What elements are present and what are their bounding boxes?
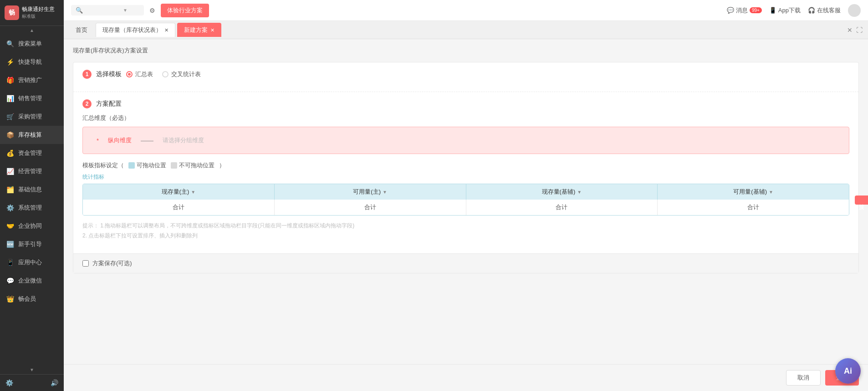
radio-cross-label: 交叉统计表 bbox=[171, 70, 201, 78]
indicator-settings: 模板指标设定（ 可拖动位置 不可拖动位置 ） 统计指标 bbox=[82, 161, 849, 241]
message-icon: 💬 bbox=[727, 7, 734, 14]
sidebar-item-label: 系统管理 bbox=[18, 204, 42, 212]
sidebar-item-member[interactable]: 👑 畅会员 bbox=[0, 290, 64, 308]
sidebar-item-label: 应用中心 bbox=[18, 258, 42, 267]
sidebar-item-sales[interactable]: 📊 销售管理 bbox=[0, 89, 64, 108]
step2-header: 2 方案配置 bbox=[82, 99, 849, 108]
col-2-dropdown-icon[interactable]: ▼ bbox=[383, 190, 387, 195]
sidebar-item-basic-info[interactable]: 🗂️ 基础信息 bbox=[0, 180, 64, 199]
topbar: 🔍 ▼ ⚙ 体验行业方案 💬 消息 99+ 📱 App下载 🎧 在线客服 bbox=[64, 0, 868, 21]
hint-section: 提示： 1.拖动标题栏可以调整布局，不可跨维度或指标区域拖动栏目字段(只能在同一… bbox=[82, 221, 849, 241]
close-panel-icon[interactable]: ✕ bbox=[847, 26, 853, 34]
sidebar-item-operations[interactable]: 📈 经营管理 bbox=[0, 162, 64, 180]
radio-cross[interactable]: 交叉统计表 bbox=[162, 70, 201, 78]
draggable-label: 可拖动位置 bbox=[137, 161, 166, 170]
tab-new-plan-label: 新建方案 bbox=[184, 26, 208, 34]
stat-header-row: 现存量(主) ▼ 可用量(主) ▼ 现存量(基辅) ▼ bbox=[83, 184, 849, 200]
main-area: 🔍 ▼ ⚙ 体验行业方案 💬 消息 99+ 📱 App下载 🎧 在线客服 bbox=[64, 0, 868, 391]
sidebar-item-wechat[interactable]: 💬 企业微信 bbox=[0, 272, 64, 290]
sidebar-item-new-guide[interactable]: 🆕 新手引导 bbox=[0, 235, 64, 253]
avatar[interactable] bbox=[848, 4, 861, 17]
ai-badge[interactable]: Ai bbox=[835, 358, 861, 384]
settings-bottom-icon[interactable]: ⚙️ bbox=[5, 379, 13, 386]
sidebar-item-label: 基础信息 bbox=[18, 185, 42, 194]
step2: 2 方案配置 汇总维度（必选） * 纵向维度 —— 请选择分组维度 bbox=[73, 92, 858, 253]
audio-bottom-icon[interactable]: 🔊 bbox=[51, 379, 58, 386]
radio-summary[interactable]: 汇总表 bbox=[126, 70, 153, 78]
radio-summary-label: 汇总表 bbox=[135, 70, 153, 78]
col-3-dropdown-icon[interactable]: ▼ bbox=[577, 190, 582, 195]
sidebar-item-label: 资金管理 bbox=[18, 149, 42, 157]
dim-config-area[interactable]: * 纵向维度 —— 请选择分组维度 bbox=[82, 127, 849, 154]
basic-info-icon: 🗂️ bbox=[5, 185, 15, 194]
stat-table: 现存量(主) ▼ 可用量(主) ▼ 现存量(基辅) ▼ bbox=[82, 184, 849, 216]
col-1-dropdown-icon[interactable]: ▼ bbox=[191, 190, 195, 195]
message-button[interactable]: 💬 消息 99+ bbox=[727, 6, 762, 15]
tab-home[interactable]: 首页 bbox=[69, 23, 94, 37]
settings-card: 1 选择模板 汇总表 交叉统计表 bbox=[73, 62, 859, 273]
sidebar-item-system[interactable]: ⚙️ 系统管理 bbox=[0, 199, 64, 217]
app-center-icon: 📱 bbox=[5, 258, 15, 267]
sidebar-bottom: ⚙️ 🔊 bbox=[0, 374, 64, 391]
cooperation-icon: 🤝 bbox=[5, 221, 15, 231]
message-label: 消息 bbox=[736, 6, 748, 15]
online-service-button[interactable]: 🎧 在线客服 bbox=[808, 6, 841, 15]
tabbar: 首页 现存量（库存状况表） ✕ 新建方案 ✕ ✕ ⛶ bbox=[64, 21, 868, 39]
shortcut-icon: ⚡ bbox=[5, 57, 15, 67]
sidebar-item-label: 新手引导 bbox=[18, 240, 42, 248]
stat-col-2-header[interactable]: 可用量(主) ▼ bbox=[275, 184, 466, 200]
vertical-dim-label: 纵向维度 bbox=[108, 136, 132, 144]
sidebar-scroll-up[interactable]: ▲ bbox=[0, 26, 64, 35]
stat-col-1-header[interactable]: 现存量(主) ▼ bbox=[83, 184, 275, 200]
save-checkbox[interactable] bbox=[82, 260, 89, 267]
cancel-button[interactable]: 取消 bbox=[786, 370, 821, 386]
non-draggable-badge bbox=[171, 162, 177, 169]
sidebar-item-label: 企业协同 bbox=[18, 222, 42, 230]
service-label: 在线客服 bbox=[817, 6, 841, 15]
tab-inventory-status[interactable]: 现存量（库存状况表） ✕ bbox=[96, 23, 175, 37]
app-name: 畅康通好生意 bbox=[22, 6, 55, 13]
sidebar-item-finance[interactable]: 💰 资金管理 bbox=[0, 144, 64, 162]
stat-table-wrapper: 统计指标 现存量(主) ▼ 可用量(主) ▼ bbox=[82, 173, 849, 216]
app-download-button[interactable]: 📱 App下载 bbox=[769, 6, 801, 15]
purchase-icon: 🛒 bbox=[5, 112, 15, 121]
sidebar-item-inventory[interactable]: 📦 库存核算 bbox=[0, 126, 64, 144]
expand-panel-icon[interactable]: ⛶ bbox=[856, 26, 863, 34]
stat-table-label: 统计指标 bbox=[82, 173, 849, 181]
footer: 取消 查询 bbox=[64, 364, 868, 391]
sidebar-item-label: 快捷导航 bbox=[18, 58, 42, 66]
tab-new-plan[interactable]: 新建方案 ✕ bbox=[177, 23, 221, 37]
sales-icon: 📊 bbox=[5, 94, 15, 103]
sidebar-item-shortcut[interactable]: ⚡ 快捷导航 bbox=[0, 53, 64, 71]
trial-button[interactable]: 体验行业方案 bbox=[161, 4, 209, 17]
step1-number: 1 bbox=[82, 70, 92, 79]
sidebar-item-cooperation[interactable]: 🤝 企业协同 bbox=[0, 217, 64, 235]
sidebar-scroll-down[interactable]: ▼ bbox=[0, 365, 64, 374]
sidebar-item-marketing[interactable]: 🎁 营销推广 bbox=[0, 71, 64, 89]
step2-title: 方案配置 bbox=[96, 100, 122, 108]
stat-col-4-header[interactable]: 可用量(基辅) ▼ bbox=[658, 184, 849, 200]
tab-inventory-status-close[interactable]: ✕ bbox=[164, 27, 168, 33]
operations-icon: 📈 bbox=[5, 167, 15, 176]
search-dropdown-icon[interactable]: ▼ bbox=[123, 8, 128, 13]
topbar-search-box[interactable]: 🔍 ▼ bbox=[71, 5, 144, 15]
sidebar-item-search[interactable]: 🔍 搜索菜单 bbox=[0, 35, 64, 53]
feedback-float[interactable]: 反馈 bbox=[855, 196, 868, 205]
new-guide-icon: 🆕 bbox=[5, 240, 15, 249]
sidebar-item-app-center[interactable]: 📱 应用中心 bbox=[0, 253, 64, 272]
stat-col-3-header[interactable]: 现存量(基辅) ▼ bbox=[466, 184, 658, 200]
tab-new-plan-close[interactable]: ✕ bbox=[210, 27, 214, 33]
stat-col-3-value: 合计 bbox=[466, 200, 658, 215]
template-radio-group: 汇总表 交叉统计表 bbox=[126, 70, 201, 78]
required-mark: * bbox=[97, 137, 99, 144]
sidebar-item-purchase[interactable]: 🛒 采购管理 bbox=[0, 108, 64, 126]
step1-title: 选择模板 bbox=[96, 70, 122, 78]
wechat-icon: 💬 bbox=[5, 276, 15, 285]
gear-icon[interactable]: ⚙ bbox=[149, 7, 155, 14]
col-4-dropdown-icon[interactable]: ▼ bbox=[769, 190, 773, 195]
sidebar-item-label: 经营管理 bbox=[18, 167, 42, 175]
radio-summary-dot bbox=[126, 71, 133, 77]
search-input[interactable] bbox=[85, 7, 121, 14]
sidebar-item-label: 库存核算 bbox=[18, 131, 42, 139]
sidebar-item-label: 企业微信 bbox=[18, 277, 42, 285]
